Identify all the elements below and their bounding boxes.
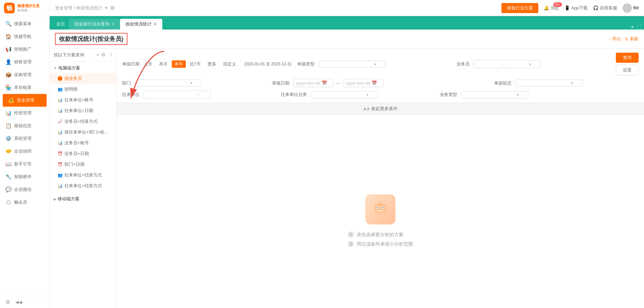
sidebar-item-hardware[interactable]: 🔧 智能硬件 (0, 170, 49, 183)
staff-select[interactable]: ··· ▾ (474, 60, 541, 68)
settings-icon[interactable]: ⚙ (5, 299, 10, 305)
sidebar-item-system[interactable]: ⚙️ 系统管理 (0, 132, 49, 145)
scheme-settings-button[interactable]: ⚙ (101, 52, 106, 58)
audit-date-start-input[interactable]: yyyy-mm-dd 📅 (293, 79, 334, 87)
sidebar-item-quicknav[interactable]: 🏠 快捷导航 (0, 30, 49, 43)
calendar-start-icon[interactable]: 📅 (322, 81, 327, 86)
sidebar-item-purchase[interactable]: 📦 采购管理 (0, 68, 49, 81)
dept-select[interactable]: ▾ (135, 80, 202, 87)
scheme-item-unit-account[interactable]: 📊 往来单位+账号 (50, 95, 116, 105)
scheme-item-unit-dept-collect[interactable]: 📊 按往来单位+部门+收... (50, 127, 116, 138)
tab-home[interactable]: 首页 (52, 19, 69, 30)
empty-illustration (354, 177, 407, 224)
trial-button[interactable]: 体验行业方案 (501, 3, 538, 13)
scheme-item-staff-account[interactable]: 📊 业务员+账号 (50, 138, 116, 148)
sidebar-item-enterprise[interactable]: 🤝 企业协同 (0, 145, 49, 158)
online-service-item[interactable]: 🎧 在线客服 (593, 5, 617, 11)
date-tab-this-year[interactable]: 本年 (172, 60, 186, 68)
scheme-item-staff-date[interactable]: ⏰ 业务员+日期 (50, 148, 116, 159)
date-tab-custom[interactable]: 自定义 (220, 60, 239, 68)
status-label: 单据状态 (494, 80, 512, 86)
collapse-button[interactable]: ∧∧ 收起更多条件 (363, 106, 397, 112)
scheme-group-desktop-title[interactable]: ▼ 电脑端方案 (50, 63, 116, 73)
sidebar-item-inventory[interactable]: 🏪 库存核算 (0, 81, 49, 94)
sidebar-item-label: 智能硬件 (14, 174, 32, 180)
business-type-filter: 业务类型 ▾ (440, 91, 593, 98)
filter-row-1: 单据日期 上月 本月 本年 近7天 更多 自定义 2023-01-01 至 20… (122, 53, 639, 75)
bot-face-icon (372, 201, 389, 218)
audit-date-label: 审核日期 (272, 80, 289, 86)
date-tab-more[interactable]: 更多 (205, 60, 219, 68)
scheme-item-dept-date[interactable]: ⏰ 部门+日期 (50, 159, 116, 170)
svg-rect-5 (377, 210, 384, 211)
calendar-end-icon[interactable]: 📅 (372, 81, 377, 86)
tab-close-all-icon[interactable]: ✕ (631, 24, 634, 30)
export-icon: ↑ (609, 37, 611, 42)
scheme-item-by-detail[interactable]: 👥 按明细 (50, 84, 116, 95)
refresh-button[interactable]: ↻ 刷新 (625, 36, 639, 42)
scheme-collapse-button[interactable]: 《 (108, 52, 112, 58)
date-tab-this-month[interactable]: 本月 (156, 60, 170, 68)
audit-date-end-input[interactable]: yyyy-mm-dd 📅 (343, 79, 384, 87)
scheme-item-by-staff[interactable]: 按业务员 (50, 73, 116, 84)
query-button[interactable]: 查询 (616, 53, 639, 63)
online-service-label: 在线客服 (600, 5, 617, 11)
status-filter: 单据状态 ▾ (494, 80, 639, 87)
date-tab-prev-month[interactable]: 上月 (141, 60, 155, 68)
tab-collection[interactable]: 收款情况统计 ✕ (120, 19, 162, 30)
sidebar-item-wechat[interactable]: 💬 企业微信 (0, 183, 49, 196)
sidebar-item-marketing[interactable]: 📢 营销推广 (0, 43, 49, 56)
app-download-item[interactable]: 📱 App下载 (565, 5, 588, 11)
tab-expand-icon[interactable]: ⛶ (637, 24, 641, 30)
tab-collection-close-icon[interactable]: ✕ (154, 22, 157, 27)
enterprise-icon: 🤝 (5, 148, 11, 154)
sidebar-logo: 畅 畅捷通好生意 标准版 (0, 0, 49, 16)
user-avatar-area[interactable]: Rit (623, 3, 639, 13)
partner-select[interactable]: ··· (144, 91, 211, 99)
filter-row-2: 部门 ▾ 审核日期 yyyy-mm-dd 📅 — (122, 79, 639, 87)
sidebar-item-member[interactable]: ⬡ 畅会员 (0, 196, 49, 209)
unit-settlement2-icon: 📊 (58, 184, 62, 188)
partner-category-select[interactable]: ▾ (311, 91, 378, 98)
sidebar-item-basic[interactable]: 📋 基础信息 (0, 119, 49, 132)
tabbar: 首页 现金银行流水查询 ✕ 收款情况统计 ✕ ✕ ⛶ (50, 16, 644, 30)
sidebar-item-sales[interactable]: 👤 销售管理 (0, 56, 49, 68)
sidebar-nav: 🔍 搜索菜单 🏠 快捷导航 📢 营销推广 👤 销售管理 📦 采购管理 🏪 库存核… (0, 16, 49, 296)
scheme-group-mobile-title[interactable]: ▶ 移动端方案 (50, 194, 116, 204)
status-select[interactable]: ▾ (516, 80, 583, 87)
business-type-select[interactable]: ▾ (461, 91, 528, 98)
collapse-row[interactable]: ∧∧ 收起更多条件 (117, 103, 644, 115)
scheme-add-button[interactable]: + (97, 52, 99, 58)
type-select[interactable]: ▾ (319, 61, 386, 68)
guide-icon: 📖 (5, 161, 11, 167)
sidebar: 畅 畅捷通好生意 标准版 🔍 搜索菜单 🏠 快捷导航 📢 营销推广 👤 销售管理… (0, 0, 50, 308)
chevron-down-icon: ▼ (54, 66, 57, 70)
sidebar-item-label: 搜索菜单 (14, 21, 32, 27)
app-version: 标准版 (17, 8, 40, 12)
staff-label: 业务员 (457, 61, 470, 67)
scheme-item-unit-date[interactable]: 📊 往来单位+日期 (50, 105, 116, 116)
topbar-settings-icon[interactable]: ⚙ (110, 5, 115, 11)
sidebar-item-operation[interactable]: 📊 经营管理 (0, 107, 49, 119)
user-name: Rit (633, 5, 639, 10)
scheme-item-unit-settlement1[interactable]: 👥 往来单位+结算方式 (50, 170, 116, 181)
date-tab-last7[interactable]: 近7天 (187, 60, 204, 68)
scheme-item-staff-settlement[interactable]: 📈 业务员+结算方式 (50, 116, 116, 127)
scheme-item-unit-settlement2[interactable]: 📊 往来单位+结算方式 (50, 181, 116, 191)
tab-bank[interactable]: 现金银行流水查询 ✕ (69, 19, 120, 30)
sidebar-item-guide[interactable]: 📖 新手引导 (0, 158, 49, 170)
export-button[interactable]: ↑ 导出 (609, 36, 621, 42)
topbar-actions: 体验行业方案 🔔 消息 99+ 📱 App下载 🎧 在线客服 Rit (501, 3, 639, 13)
type-chevron-icon: ▾ (374, 62, 376, 66)
chevron-right-icon: ▶ (54, 197, 56, 201)
sidebar-item-finance[interactable]: 💰 资金管理 (3, 94, 47, 107)
tab-bank-close-icon[interactable]: ✕ (111, 22, 115, 27)
sidebar-item-search[interactable]: 🔍 搜索菜单 (0, 17, 49, 30)
step-1-num: 1 (348, 232, 354, 238)
settings-button[interactable]: 设置 (616, 65, 639, 75)
collapse-sidebar-icon[interactable]: ◀◀ (15, 300, 22, 305)
date-dash: — (335, 81, 342, 86)
notification-item[interactable]: 🔔 消息 99+ (544, 5, 559, 11)
topbar-dropdown-icon[interactable]: ▾ (105, 5, 107, 10)
audit-date-start-text: yyyy-mm-dd (297, 81, 320, 86)
